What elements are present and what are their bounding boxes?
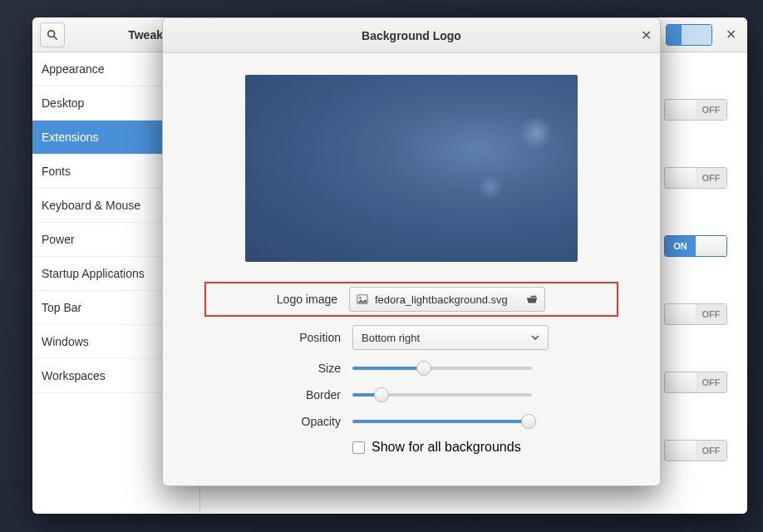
toggle-label: OFF <box>696 372 726 392</box>
opacity-slider[interactable] <box>352 413 532 430</box>
show-all-backgrounds-row: Show for all backgrounds <box>352 440 618 455</box>
settings-form: Logo image fedora_lightbackground.svg Po… <box>204 282 618 455</box>
position-combobox[interactable]: Bottom right <box>352 325 549 350</box>
extension-toggle[interactable]: OFF <box>664 440 727 461</box>
sidebar-item-label: Desktop <box>42 96 84 110</box>
extension-toggle[interactable]: OFF <box>664 303 727 325</box>
toggle-label: OFF <box>696 441 726 461</box>
border-label: Border <box>204 388 352 401</box>
sidebar-item-label: Extensions <box>42 131 98 144</box>
annotation-highlight: Logo image fedora_lightbackground.svg <box>204 282 618 317</box>
background-preview <box>245 75 578 262</box>
toggle-label: OFF <box>696 100 726 120</box>
svg-point-0 <box>48 30 55 37</box>
dialog-body: Logo image fedora_lightbackground.svg Po… <box>163 53 660 485</box>
search-button[interactable] <box>40 22 65 47</box>
extension-toggle[interactable]: OFF <box>664 372 727 393</box>
file-open-icon <box>526 293 538 305</box>
sidebar-item-label: Windows <box>42 335 89 348</box>
svg-line-1 <box>54 37 57 39</box>
file-name: fedora_lightbackground.svg <box>375 293 508 306</box>
sidebar-item-label: Startup Applications <box>42 267 145 280</box>
sidebar-item-label: Workspaces <box>42 369 106 382</box>
size-label: Size <box>204 362 352 375</box>
extensions-master-toggle[interactable] <box>666 24 712 46</box>
slider-thumb[interactable] <box>521 414 536 429</box>
toggle-label: OFF <box>696 304 726 324</box>
sidebar-item-label: Appearance <box>42 62 105 76</box>
show-all-backgrounds-checkbox[interactable] <box>352 441 365 454</box>
toggle-label: ON <box>665 236 696 256</box>
background-logo-dialog: Background Logo ✕ Logo image fedora_ligh… <box>162 17 661 486</box>
window-close-button[interactable]: ✕ <box>721 25 741 45</box>
sidebar-item-label: Power <box>42 233 75 246</box>
toggle-label: OFF <box>696 168 726 188</box>
position-label: Position <box>204 331 352 344</box>
size-slider[interactable] <box>352 360 532 377</box>
dialog-title: Background Logo <box>362 29 461 42</box>
slider-thumb[interactable] <box>416 361 431 376</box>
close-icon: ✕ <box>641 28 652 42</box>
chevron-down-icon <box>531 335 539 340</box>
show-all-backgrounds-label: Show for all backgrounds <box>372 440 521 455</box>
extension-toggle[interactable]: ON <box>664 235 727 257</box>
opacity-label: Opacity <box>204 415 352 428</box>
slider-thumb[interactable] <box>374 387 389 402</box>
logo-image-file-chooser[interactable]: fedora_lightbackground.svg <box>349 287 545 312</box>
sidebar-item-label: Keyboard & Mouse <box>42 199 140 212</box>
extension-toggle[interactable]: OFF <box>664 167 727 189</box>
dialog-titlebar: Background Logo ✕ <box>163 18 660 53</box>
combo-value: Bottom right <box>362 332 420 344</box>
sidebar-item-label: Top Bar <box>42 301 81 314</box>
search-icon <box>47 29 58 41</box>
sidebar-item-label: Fonts <box>42 165 71 178</box>
dialog-close-button[interactable]: ✕ <box>641 27 652 43</box>
svg-point-3 <box>359 297 361 298</box>
image-file-icon <box>357 293 368 305</box>
extension-toggle[interactable]: OFF <box>664 99 727 121</box>
logo-image-label: Logo image <box>209 293 349 306</box>
border-slider[interactable] <box>352 387 532 403</box>
close-icon: ✕ <box>726 27 736 42</box>
